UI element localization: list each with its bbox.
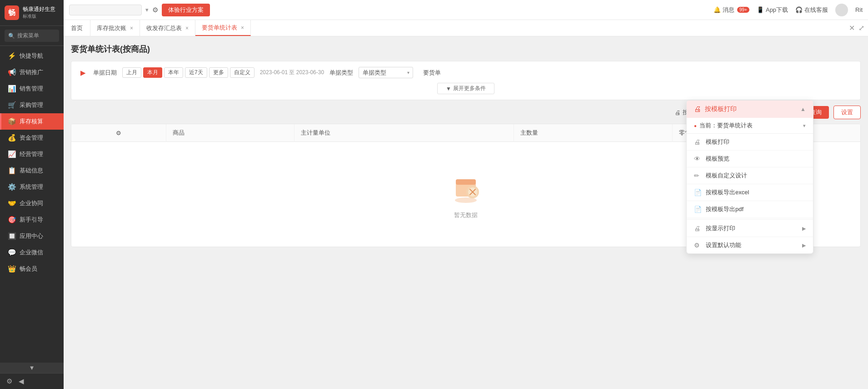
app-download-button[interactable]: 📱 App下载 [757, 6, 788, 14]
dropdown-item-template-design[interactable]: ✏ 模板自定义设计 [687, 167, 813, 184]
current-dot-icon: ● [694, 123, 697, 128]
service-icon: 🎧 [795, 6, 803, 13]
tab-receipt-summary-close[interactable]: × [185, 25, 189, 31]
sidebar-item-label: 应用中心 [20, 232, 43, 240]
topbar-search-input[interactable] [69, 5, 142, 15]
date-buttons: 上月 本月 本年 近7天 更多 自定义 [122, 67, 254, 78]
sidebar-item-quick-nav[interactable]: ⚡ 快捷导航 [0, 48, 64, 64]
sidebar-item-guide[interactable]: 🎯 新手引导 [0, 212, 64, 228]
current-arrow-icon: ▾ [803, 123, 806, 129]
sidebar-item-apps[interactable]: 🔲 应用中心 [0, 228, 64, 244]
col-qty: 主数量 [514, 124, 672, 142]
sidebar-item-sales[interactable]: 📊 销售管理 [0, 81, 64, 97]
trial-button[interactable]: 体验行业方案 [162, 4, 210, 16]
tab-order-stats-label: 要货单统计表 [202, 24, 237, 32]
sidebar-item-label: 经营管理 [20, 150, 43, 158]
dropdown-item-label: 模板预览 [706, 155, 729, 163]
sidebar-scroll-down[interactable]: ▼ [0, 363, 64, 373]
sidebar-item-member[interactable]: 👑 畅会员 [0, 261, 64, 277]
dropdown-item-label: 模板自定义设计 [706, 172, 747, 180]
settings-icon[interactable]: ⚙ [6, 377, 12, 385]
tab-receipt-summary[interactable]: 收发存汇总表 × [140, 20, 195, 36]
sidebar-item-purchase[interactable]: 🛒 采购管理 [0, 97, 64, 113]
tab-inventory-batch[interactable]: 库存批次账 × [90, 20, 140, 36]
topbar-gear-button[interactable]: ⚙ [152, 6, 158, 14]
date-this-month[interactable]: 本月 [143, 67, 162, 78]
search-menu-button[interactable]: 🔍 搜索菜单 [5, 30, 59, 42]
sidebar-item-system[interactable]: ⚙️ 系统管理 [0, 179, 64, 195]
sales-icon: 📊 [8, 85, 16, 93]
dropdown-sub-default-func[interactable]: ⚙ 设置默认功能 ▶ [687, 237, 813, 253]
dropdown-sub-left-2: ⚙ 设置默认功能 [694, 241, 741, 249]
filter-expand-button[interactable]: ▶ [79, 68, 88, 78]
print-icon: 🖨 [675, 109, 681, 116]
date-last-month[interactable]: 上月 [122, 67, 141, 78]
settings-action-button[interactable]: 设置 [833, 106, 861, 119]
date-this-year[interactable]: 本年 [164, 67, 183, 78]
user-avatar[interactable] [835, 4, 848, 16]
sidebar-item-label: 快捷导航 [20, 52, 43, 60]
topbar-dropdown-button[interactable]: ▾ [145, 6, 149, 13]
date-range-text: 2023-06-01 至 2023-06-30 [260, 69, 324, 76]
dropdown-item-template-preview[interactable]: 👁 模板预览 [687, 151, 813, 167]
tab-inventory-batch-close[interactable]: × [130, 25, 133, 31]
dropdown-item-template-excel[interactable]: 📄 按模板导出excel [687, 184, 813, 201]
marketing-icon: 📢 [8, 68, 16, 76]
tab-order-stats[interactable]: 要货单统计表 × [195, 20, 251, 36]
date-more[interactable]: 更多 [209, 67, 228, 78]
sidebar-item-wechat[interactable]: 💬 企业微信 [0, 244, 64, 261]
sidebar-item-inventory[interactable]: 📦 库存核算 [0, 113, 64, 130]
expand-icon: ▼ [446, 86, 451, 92]
date-custom[interactable]: 自定义 [230, 67, 254, 78]
collapse-icon[interactable]: ◀ [19, 377, 24, 385]
topbar-right: 🔔 消息 99+ 📱 App下载 🎧 在线客服 Rit [713, 4, 863, 16]
sidebar-item-marketing[interactable]: 📢 营销推广 [0, 64, 64, 81]
dropdown-title: 按模板打印 [705, 105, 737, 113]
topbar: ▾ ⚙ 体验行业方案 🔔 消息 99+ 📱 App下载 🎧 在线客服 Rit [64, 0, 868, 20]
dropdown-close-icon[interactable]: ▲ [800, 106, 806, 112]
sub-arrow-icon: ▶ [802, 226, 806, 232]
default-func-icon: ⚙ [694, 242, 701, 249]
dropdown-header: 🖨 按模板打印 ▲ [687, 101, 813, 118]
dropdown-item-template-pdf[interactable]: 📄 按模板导出pdf [687, 201, 813, 218]
sidebar-item-basic[interactable]: 📋 基础信息 [0, 162, 64, 179]
wechat-icon: 💬 [8, 248, 16, 257]
sidebar-item-label: 基础信息 [20, 167, 43, 175]
dropdown-item-template-print[interactable]: 🖨 模板打印 [687, 134, 813, 151]
sidebar-item-finance[interactable]: 💰 资金管理 [0, 130, 64, 146]
window-expand-button[interactable]: ⤢ [858, 24, 864, 32]
sidebar-item-label: 资金管理 [20, 134, 43, 142]
template-excel-icon: 📄 [694, 189, 701, 196]
dropdown-header-left: 🖨 按模板打印 [694, 105, 737, 113]
sidebar-item-label: 畅会员 [20, 265, 37, 273]
guide-icon: 🎯 [8, 216, 16, 224]
dropdown-item-label: 模板打印 [706, 138, 729, 146]
current-template-item[interactable]: ● 当前：要货单统计表 ▾ [687, 118, 813, 134]
sidebar-item-cooperation[interactable]: 🤝 企业协同 [0, 195, 64, 212]
sidebar-item-operations[interactable]: 📈 经营管理 [0, 146, 64, 162]
tab-home-label: 首页 [71, 24, 83, 32]
col-settings[interactable]: ⚙ [71, 124, 166, 142]
sidebar-item-label: 库存核算 [20, 117, 43, 126]
col-unit: 主计量单位 [294, 124, 514, 142]
display-print-icon: 🖨 [694, 225, 701, 232]
template-print-icon: 🖨 [694, 138, 701, 146]
expand-conditions-bar: ▼ 展开更多条件 [79, 83, 853, 94]
tab-home[interactable]: 首页 [64, 20, 90, 36]
bell-icon: 🔔 [713, 6, 721, 13]
tab-order-stats-close[interactable]: × [241, 25, 244, 31]
date-7days[interactable]: 近7天 [185, 67, 207, 78]
dropdown-sub-display-print[interactable]: 🖨 按显示打印 ▶ [687, 220, 813, 237]
expand-conditions-button[interactable]: ▼ 展开更多条件 [437, 83, 494, 94]
goods-type-label: 要货单 [423, 69, 441, 77]
username-label: Rit [855, 6, 863, 13]
online-service-button[interactable]: 🎧 在线客服 [795, 6, 828, 14]
window-close-button[interactable]: ✕ [849, 24, 855, 32]
filter-row: ▶ 单据日期 上月 本月 本年 近7天 更多 自定义 2023-06-01 至 … [79, 67, 853, 78]
type-select[interactable]: 单据类型 [359, 67, 413, 78]
main-area: ▾ ⚙ 体验行业方案 🔔 消息 99+ 📱 App下载 🎧 在线客服 Rit 首… [64, 0, 868, 389]
messages-button[interactable]: 🔔 消息 99+ [713, 6, 749, 14]
dropdown-divider [687, 219, 813, 219]
page-title: 要货单统计表(按商品) [71, 44, 861, 55]
template-preview-icon: 👁 [694, 155, 701, 162]
